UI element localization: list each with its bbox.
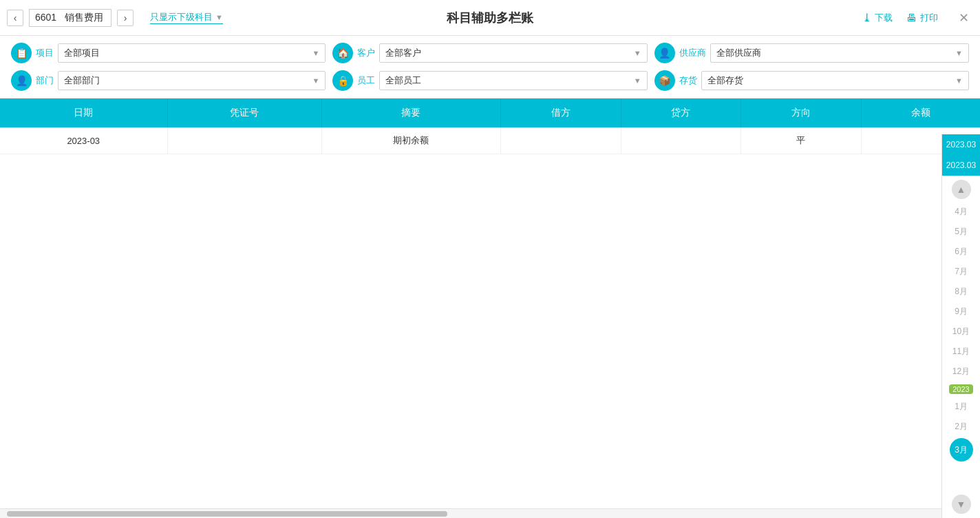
side-scroll-down-btn[interactable]: ▼	[952, 495, 971, 514]
side-month-item[interactable]: 9月	[952, 302, 970, 322]
supplier-icon: 👤	[654, 43, 675, 63]
dept-label: 部门	[36, 74, 54, 87]
filter-item-project: 📋 项目 全部项目 ▼	[11, 43, 326, 63]
print-label: 打印	[920, 12, 938, 24]
col-summary: 摘要	[321, 99, 500, 127]
dept-value: 全部部门	[64, 74, 100, 87]
customer-chevron-icon: ▼	[634, 49, 641, 57]
side-range-bottom[interactable]: 2023.03	[942, 155, 980, 176]
filter-item-dept: 👤 部门 全部部门 ▼	[11, 70, 326, 91]
col-voucher: 凭证号	[167, 99, 321, 127]
print-btn[interactable]: 🖶 打印	[906, 12, 938, 24]
account-name: 销售费用	[65, 12, 103, 23]
account-code: 6601	[35, 12, 56, 23]
prev-account-btn[interactable]: ‹	[7, 10, 23, 26]
page-title: 科目辅助多栏账	[447, 10, 533, 26]
side-months-above: 4月5月6月7月8月9月10月11月12月	[952, 202, 970, 382]
side-month-item[interactable]: 6月	[952, 242, 970, 262]
employee-chevron-icon: ▼	[634, 76, 641, 85]
filter-bar: 📋 项目 全部项目 ▼ 🏠 客户 全部客户 ▼ 👤 供应商	[0, 36, 980, 99]
download-btn[interactable]: ⤓ 下载	[862, 11, 893, 24]
filter-item-inventory: 📦 存货 全部存货 ▼	[654, 70, 969, 91]
project-value: 全部项目	[64, 47, 100, 59]
print-icon: 🖶	[906, 12, 917, 23]
cell-debit	[501, 127, 621, 154]
col-credit: 贷方	[621, 99, 741, 127]
supplier-chevron-icon: ▼	[955, 49, 963, 57]
side-timeline-panel: 2023.03 2023.03 ▲ 4月5月6月7月8月9月10月11月12月 …	[941, 134, 980, 518]
cell-direction: 平	[741, 127, 862, 154]
cell-date: 2023-03	[0, 127, 167, 154]
cell-credit	[621, 127, 741, 154]
dept-icon: 👤	[11, 70, 32, 91]
inventory-label: 存货	[679, 74, 697, 87]
customer-icon: 🏠	[332, 43, 353, 63]
year-badge: 2023	[949, 384, 972, 394]
title-bar: ‹ 6601 销售费用 › 只显示下级科目 ▼ 科目辅助多栏账 ⤓ 下载 🖶 打…	[0, 0, 980, 36]
employee-icon: 🔒	[332, 70, 353, 91]
filter-item-employee: 🔒 员工 全部员工 ▼	[332, 70, 647, 91]
scrollbar-thumb[interactable]	[7, 511, 447, 517]
dept-select[interactable]: 全部部门 ▼	[58, 71, 326, 90]
project-select[interactable]: 全部项目 ▼	[58, 43, 326, 63]
project-icon: 📋	[11, 43, 32, 63]
show-sub-btn[interactable]: 只显示下级科目 ▼	[150, 11, 223, 24]
side-month-item[interactable]: 4月	[952, 202, 970, 222]
customer-select[interactable]: 全部客户 ▼	[379, 43, 647, 63]
close-btn[interactable]: ✕	[959, 10, 969, 25]
employee-select[interactable]: 全部员工 ▼	[379, 71, 647, 90]
main-window: ‹ 6601 销售费用 › 只显示下级科目 ▼ 科目辅助多栏账 ⤓ 下载 🖶 打…	[0, 0, 980, 518]
side-month-item[interactable]: 7月	[952, 262, 970, 282]
table-header-row: 日期 凭证号 摘要 借方 贷方 方向 余额	[0, 99, 980, 127]
cell-voucher	[167, 127, 321, 154]
title-right: ⤓ 下载 🖶 打印 ✕	[862, 10, 969, 25]
cell-summary: 期初余额	[321, 127, 500, 154]
filter-item-customer: 🏠 客户 全部客户 ▼	[332, 43, 647, 63]
filter-row-2: 👤 部门 全部部门 ▼ 🔒 员工 全部员工 ▼ 📦 存货	[11, 70, 969, 91]
col-date: 日期	[0, 99, 167, 127]
col-debit: 借方	[501, 99, 621, 127]
employee-value: 全部员工	[385, 74, 421, 87]
year-badge-wrapper: 2023	[949, 383, 972, 395]
side-month-item[interactable]: 12月	[952, 362, 970, 382]
side-range-bottom-label: 2023.03	[946, 160, 976, 170]
table-wrapper: 日期 凭证号 摘要 借方 贷方 方向 余额 2023-03期初余额平	[0, 99, 980, 508]
show-sub-chevron-icon: ▼	[215, 13, 223, 21]
side-month-item[interactable]: 11月	[952, 342, 970, 362]
supplier-select[interactable]: 全部供应商 ▼	[710, 43, 969, 63]
project-label: 项目	[36, 47, 54, 59]
dept-chevron-icon: ▼	[312, 76, 319, 85]
inventory-select[interactable]: 全部存货 ▼	[701, 71, 969, 90]
side-month-item[interactable]: 5月	[952, 222, 970, 242]
col-direction: 方向	[741, 99, 862, 127]
side-month-item[interactable]: 1月	[950, 397, 973, 417]
side-scroll-up-btn[interactable]: ▲	[952, 180, 971, 199]
inventory-chevron-icon: ▼	[955, 76, 963, 85]
side-months-below: 1月2月3月	[950, 397, 973, 463]
account-code-display: 6601 销售费用	[29, 9, 111, 27]
title-left: ‹ 6601 销售费用 › 只显示下级科目 ▼	[7, 9, 223, 27]
inventory-icon: 📦	[654, 70, 675, 91]
side-range-top-label: 2023.03	[946, 140, 976, 149]
download-icon: ⤓	[862, 11, 871, 24]
supplier-value: 全部供应商	[716, 47, 761, 59]
inventory-value: 全部存货	[707, 74, 743, 87]
next-account-btn[interactable]: ›	[117, 10, 134, 26]
filter-row-1: 📋 项目 全部项目 ▼ 🏠 客户 全部客户 ▼ 👤 供应商	[11, 43, 969, 63]
customer-value: 全部客户	[385, 47, 421, 59]
customer-label: 客户	[357, 47, 375, 59]
show-sub-label: 只显示下级科目	[150, 11, 213, 23]
col-balance: 余额	[861, 99, 980, 127]
horizontal-scrollbar[interactable]	[0, 508, 980, 518]
data-table: 日期 凭证号 摘要 借方 贷方 方向 余额 2023-03期初余额平	[0, 99, 980, 154]
side-range-top[interactable]: 2023.03	[942, 134, 980, 155]
supplier-label: 供应商	[679, 47, 706, 59]
employee-label: 员工	[357, 74, 375, 87]
side-month-item[interactable]: 2月	[950, 417, 973, 437]
side-month-item-wrapper: 3月	[950, 437, 973, 463]
side-month-item[interactable]: 10月	[952, 322, 970, 342]
filter-item-supplier: 👤 供应商 全部供应商 ▼	[654, 43, 969, 63]
project-chevron-icon: ▼	[312, 49, 319, 57]
side-active-month[interactable]: 3月	[950, 438, 973, 462]
side-month-item[interactable]: 8月	[952, 282, 970, 302]
